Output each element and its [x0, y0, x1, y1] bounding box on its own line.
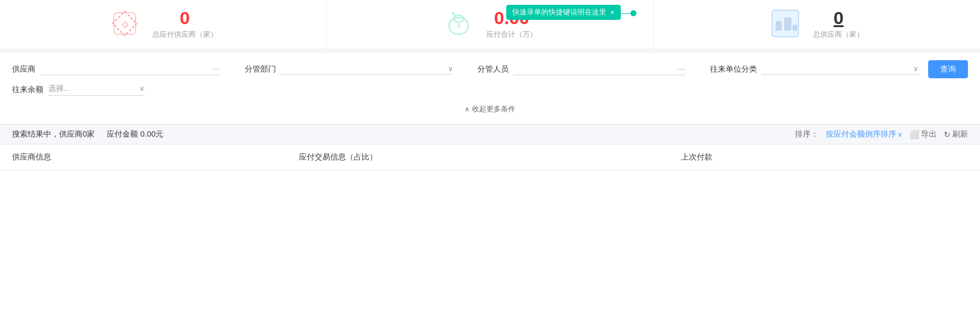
- payable-suppliers-card: ◇ 0 总应付供应商（家）: [0, 0, 327, 48]
- supplier-dots[interactable]: ···: [212, 64, 221, 73]
- payable-total-label: 应付合计（万）: [486, 29, 537, 40]
- col-header-lastpay: 上次付款: [681, 152, 968, 163]
- filter-row-2: 往来余额 选择... ∨: [12, 83, 968, 96]
- person-input-wrapper: ···: [514, 64, 686, 75]
- total-suppliers-label: 总供应商（家）: [813, 29, 864, 40]
- svg-rect-11: [793, 25, 797, 31]
- department-chevron[interactable]: ∨: [448, 64, 453, 73]
- tooltip-dot: [630, 10, 636, 16]
- payable-total-card: ¥ 0.00 应付合计（万） 快速录单的快捷键说明在这里 ×: [327, 0, 653, 48]
- department-label: 分管部门: [245, 64, 276, 75]
- payable-suppliers-label: 总应付供应商（家）: [152, 29, 218, 40]
- col-header-supplier: 供应商信息: [12, 152, 299, 163]
- collapse-row: ∧ 收起更多条件: [12, 99, 968, 119]
- sort-value[interactable]: 按应付会额倒序排序 ∨: [826, 129, 902, 140]
- svg-rect-10: [784, 17, 791, 31]
- department-select-wrapper: ∨: [281, 64, 453, 75]
- export-button[interactable]: ⬜ 导出: [909, 129, 937, 140]
- unit-category-select-wrapper: ∨: [762, 64, 919, 75]
- supplier-input[interactable]: [40, 64, 212, 73]
- diamond-icon: ◇: [109, 8, 140, 41]
- payable-suppliers-num: 0: [180, 9, 190, 27]
- collapse-label: 收起更多条件: [472, 104, 515, 114]
- money-bag-icon: ¥: [443, 8, 474, 41]
- refresh-icon: ↻: [944, 130, 950, 139]
- refresh-label: 刷新: [952, 129, 968, 140]
- svg-text:◇: ◇: [121, 19, 128, 29]
- department-filter: 分管部门 ∨: [245, 64, 453, 75]
- person-dots[interactable]: ···: [677, 64, 686, 73]
- query-button[interactable]: 查询: [928, 60, 968, 78]
- person-label: 分管人员: [477, 64, 509, 75]
- total-suppliers-data: 0 总供应商（家）: [813, 9, 864, 40]
- balance-placeholder: 选择...: [48, 83, 139, 94]
- results-supplier-count: 搜索结果中，供应商0家: [12, 129, 95, 140]
- top-cards-section: ◇ 0 总应付供应商（家） ¥ 0.00 应付合计（万） 快速录单的快捷键说明在…: [0, 0, 980, 48]
- sort-label: 按应付会额倒序排序: [826, 129, 896, 140]
- table-header: 供应商信息 应付交易信息（占比） 上次付款: [0, 144, 980, 170]
- results-actions: 排序： 按应付会额倒序排序 ∨ ⬜ 导出 ↻ 刷新: [795, 129, 968, 140]
- person-input[interactable]: [514, 64, 677, 73]
- table-body: [0, 170, 980, 310]
- col-header-transaction: 应付交易信息（占比）: [299, 152, 681, 163]
- collapse-chevron-up: ∧: [465, 105, 470, 113]
- sort-chevron: ∨: [897, 131, 902, 138]
- supplier-filter: 供应商 ···: [12, 64, 221, 75]
- balance-chevron[interactable]: ∨: [139, 84, 145, 93]
- collapse-button[interactable]: ∧ 收起更多条件: [454, 102, 526, 117]
- total-suppliers-card: 0 总供应商（家）: [654, 0, 980, 48]
- unit-category-label: 往来单位分类: [710, 64, 757, 75]
- filter-row-1: 供应商 ··· 分管部门 ∨ 分管人员 ···: [12, 60, 968, 78]
- results-bar: 搜索结果中，供应商0家 应付金额 0.00元 排序： 按应付会额倒序排序 ∨ ⬜…: [0, 125, 980, 144]
- results-summary: 搜索结果中，供应商0家 应付金额 0.00元: [12, 129, 163, 140]
- unit-category-chevron[interactable]: ∨: [913, 64, 919, 73]
- tooltip-close[interactable]: ×: [610, 8, 615, 17]
- tooltip-text: 快速录单的快捷键说明在这里: [512, 7, 606, 17]
- table-section: 供应商信息 应付交易信息（占比） 上次付款: [0, 144, 980, 310]
- svg-point-6: [452, 12, 454, 14]
- results-amount: 应付金额 0.00元: [107, 129, 163, 140]
- unit-category-filter: 往来单位分类 ∨: [710, 64, 919, 75]
- people-icon: [770, 8, 801, 41]
- supplier-input-wrapper: ···: [40, 64, 221, 75]
- svg-rect-9: [776, 21, 782, 31]
- supplier-label: 供应商: [12, 64, 36, 75]
- filter-section: 供应商 ··· 分管部门 ∨ 分管人员 ···: [0, 53, 980, 125]
- person-filter: 分管人员 ···: [477, 64, 686, 75]
- export-icon: ⬜: [909, 130, 919, 139]
- total-suppliers-num: 0: [834, 9, 844, 27]
- export-label: 导出: [921, 129, 937, 140]
- svg-line-5: [454, 14, 455, 16]
- balance-label: 往来余额: [12, 84, 43, 95]
- payable-suppliers-data: 0 总应付供应商（家）: [152, 9, 218, 40]
- balance-select-wrapper: 选择... ∨: [48, 83, 145, 96]
- sort-prefix: 排序：: [795, 129, 818, 140]
- refresh-button[interactable]: ↻ 刷新: [944, 129, 968, 140]
- svg-text:¥: ¥: [456, 22, 461, 30]
- tooltip-popup: 快速录单的快捷键说明在这里 ×: [506, 5, 621, 20]
